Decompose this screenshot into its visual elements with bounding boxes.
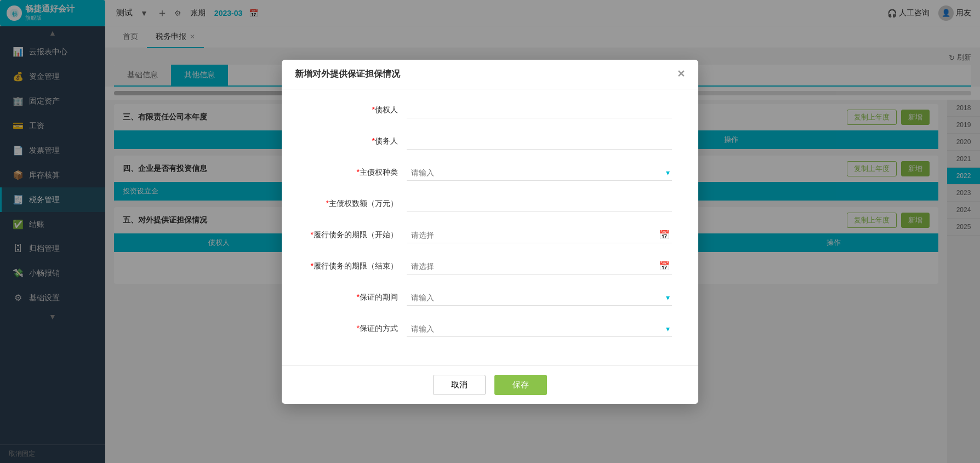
calendar-end-icon[interactable]: 📅 (659, 261, 672, 271)
select-claim-type: ▾ (407, 165, 672, 181)
form-field-claim-type: *主债权种类 ▾ (308, 165, 672, 181)
label-duty-start: *履行债务的期限（开始） (308, 230, 407, 240)
date-duty-end: 📅 (407, 259, 672, 275)
select-guarantee-method: ▾ (407, 321, 672, 337)
label-guarantee-period: *保证的期间 (308, 293, 407, 302)
required-mark-method: * (357, 324, 360, 333)
chevron-down-method[interactable]: ▾ (666, 324, 672, 333)
required-mark-claim-type: * (357, 168, 360, 176)
form-field-creditor: *债权人 (308, 102, 672, 118)
dialog-title: 新增对外提供保证担保情况 (295, 68, 400, 80)
dialog: 新增对外提供保证担保情况 ✕ *债权人 *债务人 *主债权种类 (282, 60, 698, 404)
input-duty-start[interactable] (407, 227, 659, 243)
input-creditor[interactable] (407, 102, 672, 118)
cancel-button[interactable]: 取消 (433, 375, 486, 395)
label-debtor: *债务人 (308, 136, 407, 146)
label-claim-type: *主债权种类 (308, 168, 407, 178)
input-debtor[interactable] (407, 134, 672, 150)
save-button[interactable]: 保存 (494, 375, 547, 395)
dialog-footer: 取消 保存 (282, 365, 698, 404)
form-field-debtor: *债务人 (308, 134, 672, 150)
required-mark-amount: * (326, 199, 329, 208)
input-guarantee-method[interactable] (407, 321, 666, 336)
chevron-down-claim-type[interactable]: ▾ (666, 168, 672, 177)
required-mark-start: * (311, 230, 314, 239)
label-duty-end: *履行债务的期限（结束） (308, 261, 407, 271)
form-field-duty-end: *履行债务的期限（结束） 📅 (308, 259, 672, 275)
input-duty-end[interactable] (407, 259, 659, 274)
dialog-overlay[interactable]: 新增对外提供保证担保情况 ✕ *债权人 *债务人 *主债权种类 (0, 0, 980, 463)
chevron-down-period[interactable]: ▾ (666, 293, 672, 302)
form-field-guarantee-period: *保证的期间 ▾ (308, 290, 672, 306)
input-claim-amount[interactable] (407, 196, 672, 212)
dialog-header: 新增对外提供保证担保情况 ✕ (282, 60, 698, 89)
dialog-body: *债权人 *债务人 *主债权种类 ▾ (282, 89, 698, 365)
label-creditor: *债权人 (308, 105, 407, 115)
required-mark: * (372, 105, 375, 114)
label-claim-amount: *主债权数额（万元） (308, 199, 407, 209)
input-guarantee-period[interactable] (407, 290, 666, 305)
form-field-duty-start: *履行债务的期限（开始） 📅 (308, 227, 672, 243)
date-duty-start: 📅 (407, 227, 672, 243)
form-field-guarantee-method: *保证的方式 ▾ (308, 321, 672, 337)
required-mark-debtor: * (372, 136, 375, 145)
label-guarantee-method: *保证的方式 (308, 324, 407, 334)
required-mark-end: * (311, 261, 314, 270)
dialog-close-icon[interactable]: ✕ (677, 69, 685, 79)
required-mark-period: * (357, 293, 360, 301)
input-claim-type[interactable] (407, 165, 666, 180)
form-field-claim-amount: *主债权数额（万元） (308, 196, 672, 212)
select-guarantee-period: ▾ (407, 290, 672, 306)
calendar-start-icon[interactable]: 📅 (659, 230, 672, 240)
